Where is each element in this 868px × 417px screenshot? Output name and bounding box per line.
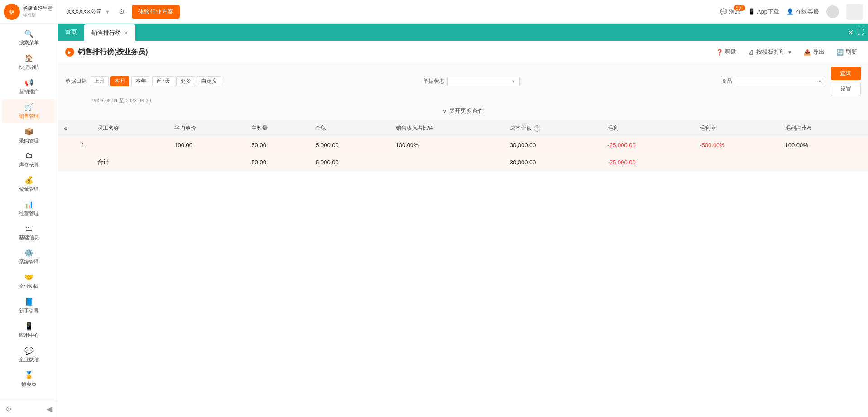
company-selector[interactable]: XXXXXX公司 ▼: [63, 6, 114, 18]
online-service-label: 在线客服: [796, 8, 819, 16]
settings-btn[interactable]: 设置: [831, 82, 861, 96]
sidebar-item-sales[interactable]: 🛒 销售管理: [2, 99, 56, 123]
sidebar-item-purchase[interactable]: 📦 采购管理: [2, 124, 56, 148]
date-btn-this-year[interactable]: 本年: [131, 76, 150, 86]
app-download-icon: 📱: [748, 8, 755, 15]
header-settings-icon[interactable]: ⚙: [115, 5, 128, 18]
footer-cost: 30,000.00: [504, 153, 602, 171]
sidebar-item-search[interactable]: 🔍 搜索菜单: [2, 26, 56, 50]
refresh-btn[interactable]: 🔄 刷新: [833, 46, 861, 58]
message-item[interactable]: 💬 消息 99+: [720, 8, 741, 16]
row-amount: 5,000.00: [310, 137, 390, 153]
cost-info-icon[interactable]: ?: [534, 125, 540, 132]
table-footer: 合计 50.00 5,000.00 30,000.00 -25,000.00: [58, 153, 868, 171]
search-label: 搜索菜单: [19, 39, 39, 46]
sidebar-nav: 🔍 搜索菜单 🏠 快捷导航 📢 营销推广 🛒 销售管理 📦 采购管理 🗂 库存核…: [0, 24, 58, 401]
date-btn-this-month[interactable]: 本月: [110, 76, 129, 86]
filter-area: 单据日期 上月 本月 本年 近7天 更多 自定义 单据状态: [58, 62, 868, 120]
date-btn-more[interactable]: 更多: [176, 76, 195, 86]
tab-close-all-icon[interactable]: ✕: [848, 28, 854, 37]
company-name: XXXXXX公司: [67, 8, 102, 16]
sidebar-item-inventory[interactable]: 🗂 库存核算: [2, 148, 56, 172]
sidebar-item-corp[interactable]: 🤝 企业协同: [2, 269, 56, 293]
row-name: [92, 137, 169, 153]
col-settings-header[interactable]: ⚙: [58, 120, 74, 137]
logo-text: 畅康通好生意: [23, 5, 53, 12]
sidebar-item-marketing[interactable]: 📢 营销推广: [2, 75, 56, 99]
tab-close-icon[interactable]: ✕: [124, 30, 128, 36]
date-btn-last-month[interactable]: 上月: [90, 76, 109, 86]
guide-label: 新手引导: [19, 307, 39, 314]
sidebar-item-operations[interactable]: 📊 经营管理: [2, 197, 56, 220]
row-profit: -25,000.00: [602, 137, 695, 153]
date-range-display: 2023-06-01 至 2023-06-30: [65, 97, 861, 104]
col-avg-price-header: 平均单价: [169, 120, 246, 137]
tab-sales-rank-label: 销售排行榜: [91, 29, 121, 37]
help-label: 帮助: [725, 48, 737, 56]
user-avatar[interactable]: [826, 5, 839, 18]
sidebar-item-apps[interactable]: 📱 应用中心: [2, 318, 56, 342]
main-content: XXXXXX公司 ▼ ⚙ 体验行业方案 💬 消息 99+ 📱 App下载 👤 在…: [58, 0, 868, 417]
finance-icon: 💰: [24, 176, 34, 184]
tab-home[interactable]: 首页: [58, 24, 84, 41]
sidebar-item-wechat[interactable]: 💬 企业微信: [2, 343, 56, 367]
goods-more-icon: ···: [817, 79, 821, 84]
date-btn-7days[interactable]: 近7天: [152, 76, 174, 86]
template-print-btn[interactable]: 🖨 按模板打印 ▼: [745, 46, 796, 58]
tab-bar-actions: ✕ ⛶: [848, 28, 868, 37]
sidebar-bottom: ⚙ ◀: [0, 401, 58, 417]
expand-more-btn[interactable]: ∨ 展开更多条件: [442, 107, 484, 115]
sidebar-item-member[interactable]: 🏅 畅会员: [2, 367, 56, 391]
doc-status-dropdown-icon: ▼: [511, 79, 516, 84]
sidebar-item-quick[interactable]: 🏠 快捷导航: [2, 50, 56, 74]
goods-select[interactable]: ···: [735, 77, 825, 86]
template-print-dropdown-icon: ▼: [787, 50, 792, 55]
online-service-item[interactable]: 👤 在线客服: [786, 8, 819, 16]
operations-label: 经营管理: [19, 210, 39, 217]
expand-label: 展开更多条件: [449, 107, 484, 115]
goods-label: 商品: [721, 77, 732, 85]
tab-maximize-icon[interactable]: ⛶: [857, 28, 864, 36]
col-profit-pct-header: 毛利占比%: [780, 120, 868, 137]
purchase-icon: 📦: [24, 127, 34, 136]
tab-bar: 首页 销售排行榜 ✕ ✕ ⛶: [58, 24, 868, 41]
col-profit-rate-header: 毛利率: [694, 120, 779, 137]
col-amount-header: 全额: [310, 120, 390, 137]
col-cost-header: 成本全额 ?: [504, 120, 602, 137]
wechat-icon: 💬: [24, 346, 34, 355]
app-download-item[interactable]: 📱 App下载: [748, 8, 779, 16]
search-icon: 🔍: [24, 29, 34, 38]
table-header: ⚙ 员工名称 平均单价 主数量 全额 销售收入占比% 成本全额 ? 毛利 毛利率: [58, 120, 868, 137]
expand-arrow-btn[interactable]: ▶: [65, 48, 74, 57]
finance-label: 资金管理: [19, 186, 39, 192]
help-btn[interactable]: ❓ 帮助: [712, 46, 740, 58]
sales-icon: 🛒: [24, 103, 34, 111]
help-icon: ❓: [716, 49, 723, 56]
sidebar-collapse-icon[interactable]: ◀: [47, 405, 52, 413]
user-avatar2: [846, 4, 863, 20]
expand-chevron-icon: ∨: [442, 108, 447, 115]
sidebar-settings-icon[interactable]: ⚙: [5, 405, 12, 413]
date-btn-custom[interactable]: 自定义: [197, 76, 221, 86]
page-title: 销售排行榜(按业务员): [78, 48, 148, 57]
doc-status-label: 单据状态: [423, 77, 445, 85]
data-table: ⚙ 员工名称 平均单价 主数量 全额 销售收入占比% 成本全额 ? 毛利 毛利率: [58, 120, 868, 171]
sidebar-item-guide[interactable]: 📘 新手引导: [2, 294, 56, 318]
footer-label: 合计: [92, 153, 169, 171]
sidebar-item-finance[interactable]: 💰 资金管理: [2, 172, 56, 196]
date-filter-label: 单据日期: [65, 77, 87, 85]
sidebar-item-system[interactable]: ⚙️ 系统管理: [2, 245, 56, 269]
export-btn[interactable]: 📤 导出: [800, 46, 828, 58]
sidebar-item-basic[interactable]: 🗃 基础信息: [2, 221, 56, 244]
page-content: ▶ 销售排行榜(按业务员) ❓ 帮助 🖨 按模板打印 ▼ 📤 导出: [58, 41, 868, 417]
logo: 畅 畅康通好生意 标准版: [0, 0, 58, 24]
tab-sales-rank[interactable]: 销售排行榜 ✕: [84, 24, 135, 42]
trial-button[interactable]: 体验行业方案: [132, 5, 180, 19]
footer-profit-pct: [780, 153, 868, 171]
sidebar: 畅 畅康通好生意 标准版 🔍 搜索菜单 🏠 快捷导航 📢 营销推广 🛒 销售管理…: [0, 0, 58, 417]
query-btn[interactable]: 查询: [831, 67, 861, 80]
app-download-label: App下载: [757, 8, 779, 16]
table-row: 1 100.00 50.00 5,000.00 100.00% 30,000.0…: [58, 137, 868, 153]
doc-status-select[interactable]: ▼: [447, 77, 520, 86]
wechat-label: 企业微信: [19, 356, 39, 363]
